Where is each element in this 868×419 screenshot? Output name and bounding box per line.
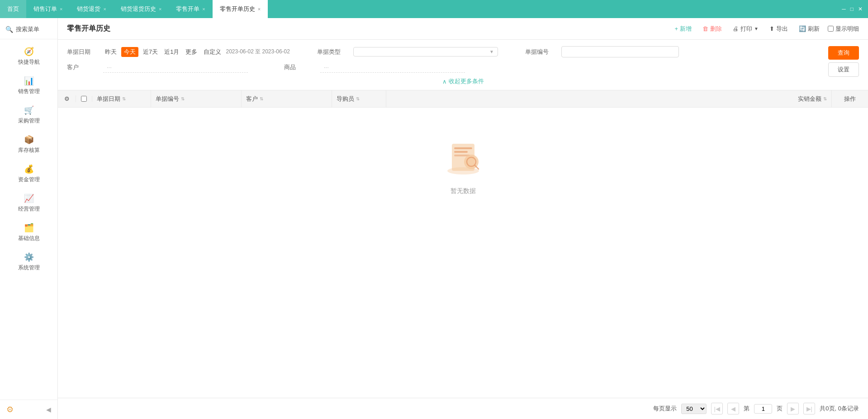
th-date[interactable]: 单据日期 ⇅ (92, 90, 151, 107)
sidebar-item-sales[interactable]: 📊 销售管理 (0, 71, 57, 100)
operations-icon: 📈 (24, 193, 34, 203)
th-order-no[interactable]: 单据编号 ⇅ (151, 90, 242, 107)
toolbar-actions: + 新增 🗑 删除 🖨 打印 ▼ ⬆ 导出 🔄 刷 (672, 23, 859, 35)
table-area: ⚙ 单据日期 ⇅ 单据编号 ⇅ 客户 ⇅ (58, 90, 868, 398)
th-amount[interactable]: 实销金额 ⇅ (778, 90, 832, 107)
order-type-select[interactable]: ▼ (353, 47, 498, 56)
setting-button[interactable]: 设置 (828, 62, 859, 77)
tab-sales-order-close[interactable]: × (60, 6, 62, 12)
export-button[interactable]: ⬆ 导出 (767, 23, 791, 35)
th-guide[interactable]: 导购员 ⇅ (332, 90, 386, 107)
display-detail-label: 显示明细 (835, 25, 859, 33)
add-button[interactable]: + 新增 (672, 23, 695, 35)
order-no-input[interactable] (561, 46, 679, 57)
refresh-button[interactable]: 🔄 刷新 (796, 23, 822, 35)
sidebar-item-basicinfo-label: 基础信息 (18, 235, 40, 242)
print-button[interactable]: 🖨 打印 ▼ (730, 23, 761, 35)
settings-gear-icon[interactable]: ⚙ (6, 405, 14, 414)
print-arrow-icon: ▼ (754, 26, 759, 31)
th-customer-label: 客户 (246, 95, 258, 103)
tab-retail-order-label: 零售开单 (176, 5, 199, 13)
last-page-button[interactable]: ▶| (803, 403, 815, 414)
customer-input[interactable]: ··· (103, 62, 248, 73)
nav-tabs: 首页 销售订单 × 销货退货 × 销货退货历史 × 零售开单 × 零售开单历史 … (0, 0, 836, 18)
th-spacer (386, 90, 778, 107)
query-button[interactable]: 查询 (828, 46, 859, 60)
collapse-button[interactable]: ∧ 收起更多条件 (442, 77, 484, 85)
sidebar-search[interactable]: 🔍 搜索菜单 (0, 22, 57, 37)
sidebar-item-operations[interactable]: 📈 经营管理 (0, 188, 57, 217)
sidebar-item-operations-label: 经营管理 (18, 205, 40, 213)
basicinfo-icon: 🗂️ (24, 223, 34, 233)
tab-retail-order-history-close[interactable]: × (258, 6, 261, 12)
date-shortcut-7days[interactable]: 近7天 (141, 47, 160, 57)
main-layout: 🔍 搜索菜单 🧭 快捷导航 📊 销售管理 🛒 采购管理 📦 库存核算 💰 资金管… (0, 18, 868, 419)
sidebar-item-purchase[interactable]: 🛒 采购管理 (0, 100, 57, 129)
th-date-label: 单据日期 (97, 95, 120, 103)
sidebar-item-finance[interactable]: 💰 资金管理 (0, 159, 57, 188)
sidebar-item-inventory[interactable]: 📦 库存核算 (0, 129, 57, 159)
sidebar-item-quicknav[interactable]: 🧭 快捷导航 (0, 41, 57, 71)
filter-row-2: 客户 ··· 商品 ··· (67, 62, 859, 73)
refresh-icon: 🔄 (799, 25, 806, 32)
sidebar-bottom: ⚙ ◀ (0, 400, 57, 419)
th-amount-label: 实销金额 (798, 95, 821, 103)
goods-filter-label: 商品 (284, 63, 311, 71)
date-shortcut-yesterday[interactable]: 昨天 (103, 47, 119, 57)
sidebar-item-system[interactable]: ⚙️ 系统管理 (0, 247, 57, 276)
th-customer[interactable]: 客户 ⇅ (242, 90, 332, 107)
page-number-input[interactable] (754, 404, 772, 414)
minimize-button[interactable]: ─ (842, 6, 846, 12)
search-icon: 🔍 (5, 26, 13, 33)
th-customer-sort-icon: ⇅ (260, 96, 263, 101)
sidebar-item-basicinfo[interactable]: 🗂️ 基础信息 (0, 217, 57, 247)
tab-sales-return-history-close[interactable]: × (159, 6, 161, 12)
select-all-checkbox[interactable] (81, 96, 87, 102)
collapse-sidebar-icon[interactable]: ◀ (46, 406, 51, 413)
display-detail-checkbox[interactable] (828, 26, 834, 32)
tab-sales-return-label: 销货退货 (77, 5, 100, 13)
query-action-buttons: 查询 设置 (828, 46, 859, 77)
next-page-button[interactable]: ▶ (787, 403, 799, 414)
sales-icon: 📊 (24, 76, 34, 86)
tab-retail-order-close[interactable]: × (202, 6, 205, 12)
tab-retail-order[interactable]: 零售开单 × (169, 0, 212, 18)
th-guide-sort-icon: ⇅ (356, 96, 360, 101)
tab-sales-order[interactable]: 销售订单 × (26, 0, 70, 18)
add-icon: + (675, 25, 678, 32)
table-select-all-checkbox[interactable] (76, 96, 92, 102)
per-page-select[interactable]: 50 100 200 (681, 404, 707, 414)
page-title: 零售开单历史 (67, 24, 110, 33)
prev-page-button[interactable]: ◀ (727, 403, 739, 414)
goods-input[interactable]: ··· (320, 62, 465, 73)
tab-sales-return-history[interactable]: 销货退货历史 × (114, 0, 169, 18)
th-guide-label: 导购员 (337, 95, 354, 103)
maximize-button[interactable]: □ (850, 6, 854, 12)
tab-home[interactable]: 首页 (0, 0, 26, 18)
order-type-arrow-icon: ▼ (489, 49, 494, 54)
sidebar-divider (0, 39, 57, 39)
date-shortcut-custom[interactable]: 自定义 (202, 47, 223, 57)
first-page-button[interactable]: |◀ (711, 403, 723, 414)
table-settings-icon[interactable]: ⚙ (58, 95, 76, 102)
export-icon: ⬆ (769, 25, 774, 32)
close-button[interactable]: ✕ (858, 6, 863, 12)
date-shortcut-more[interactable]: 更多 (184, 47, 199, 57)
export-label: 导出 (776, 25, 788, 33)
inventory-icon: 📦 (24, 135, 34, 145)
th-operation: 操作 (832, 90, 868, 107)
th-order-no-sort-icon: ⇅ (181, 96, 185, 101)
date-shortcut-today[interactable]: 今天 (121, 47, 138, 57)
tab-sales-return-close[interactable]: × (103, 6, 106, 12)
tab-sales-return[interactable]: 销货退货 × (70, 0, 113, 18)
th-amount-sort-icon: ⇅ (823, 96, 827, 101)
tab-home-label: 首页 (7, 5, 19, 13)
quicknav-icon: 🧭 (24, 47, 34, 56)
tab-retail-order-history[interactable]: 零售开单历史 × (213, 0, 268, 18)
finance-icon: 💰 (24, 164, 34, 174)
refresh-label: 刷新 (808, 25, 820, 33)
svg-rect-2 (454, 147, 472, 149)
display-detail-toggle[interactable]: 显示明细 (828, 25, 859, 33)
date-shortcut-1month[interactable]: 近1月 (162, 47, 181, 57)
delete-button[interactable]: 🗑 删除 (700, 23, 725, 35)
